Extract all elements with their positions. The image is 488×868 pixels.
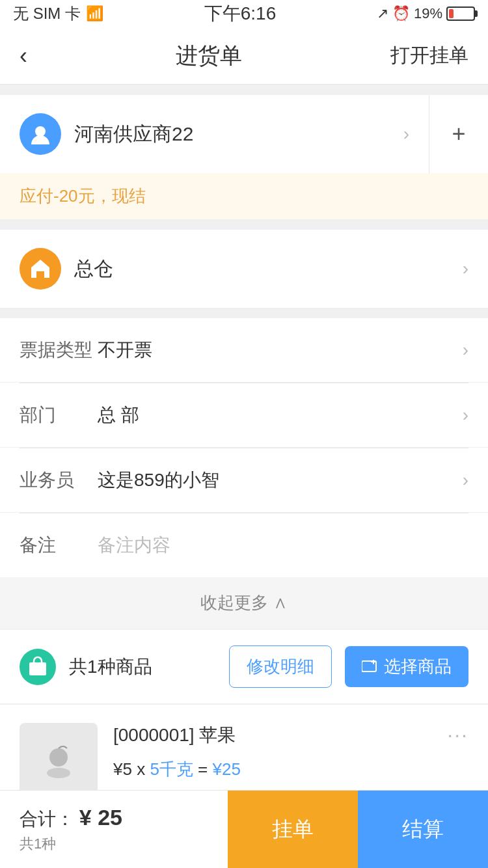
products-header: 共1种商品 修改明细 选择商品 — [0, 630, 488, 703]
invoice-value: 不开票 — [98, 338, 456, 362]
svg-point-4 — [49, 748, 68, 766]
nav-bar: ‹ 进货单 打开挂单 — [0, 27, 488, 85]
product-info: [0000001] 苹果 ¥5 x 5千克 = ¥25 — [113, 723, 431, 781]
alarm-icon: ⏰ — [392, 5, 410, 22]
collapse-bar[interactable]: 收起更多 ∧ — [0, 577, 488, 629]
total-section: 合计： ¥ 25 共1种 — [0, 791, 228, 868]
bottom-bar: 合计： ¥ 25 共1种 挂单 结算 — [0, 790, 488, 868]
sales-label: 业务员 — [20, 468, 98, 493]
invoice-type-row[interactable]: 票据类型 不开票 › — [0, 318, 488, 383]
battery-percent: 19% — [414, 5, 442, 22]
svg-rect-1 — [36, 271, 44, 278]
item-count: 共1种 — [20, 834, 208, 854]
warehouse-icon — [20, 248, 61, 290]
select-product-button[interactable]: 选择商品 — [345, 646, 468, 687]
unit-price: ¥5 — [113, 759, 132, 779]
svg-point-0 — [35, 126, 46, 137]
remark-label: 备注 — [20, 533, 98, 558]
warehouse-chevron-icon: › — [463, 258, 468, 279]
equals-sign: = — [198, 759, 212, 779]
sales-chevron-icon: › — [463, 470, 468, 491]
hang-button[interactable]: 挂单 — [228, 791, 358, 868]
products-icon — [20, 649, 56, 685]
product-price: ¥5 x 5千克 = ¥25 — [113, 758, 431, 781]
checkout-button[interactable]: 结算 — [358, 791, 488, 868]
battery-icon — [446, 7, 475, 21]
invoice-label: 票据类型 — [20, 338, 98, 362]
form-section: 票据类型 不开票 › 部门 总 部 › 业务员 这是859的小智 › 备注 备注… — [0, 318, 488, 577]
supplier-name: 河南供应商22 — [74, 121, 397, 148]
price-separator: x — [137, 759, 150, 779]
dept-value: 总 部 — [98, 403, 456, 427]
dept-label: 部门 — [20, 403, 98, 427]
status-right: ↗ ⏰ 19% — [377, 5, 475, 22]
product-title-text: 苹果 — [199, 725, 236, 745]
supplier-selector[interactable]: 河南供应商22 › — [0, 95, 429, 173]
total-amount: ¥ 25 — [79, 805, 122, 830]
notice-bar: 应付-20元，现结 — [0, 173, 488, 219]
product-thumbnail — [20, 723, 98, 801]
warehouse-name: 总仓 — [74, 256, 456, 282]
more-dots-icon: ··· — [447, 723, 468, 746]
quantity: 5千克 — [150, 759, 193, 779]
edit-detail-button[interactable]: 修改明细 — [229, 645, 332, 688]
location-icon: ↗ — [377, 5, 388, 22]
page-title: 进货单 — [176, 41, 242, 71]
svg-rect-2 — [29, 662, 46, 675]
open-hang-button[interactable]: 打开挂单 — [390, 42, 468, 69]
dept-row[interactable]: 部门 总 部 › — [0, 383, 488, 448]
sales-value: 这是859的小智 — [98, 468, 456, 493]
status-bar: 无 SIM 卡 📶 下午6:16 ↗ ⏰ 19% — [0, 0, 488, 27]
warehouse-section[interactable]: 总仓 › — [0, 230, 488, 308]
chevron-right-icon: › — [403, 124, 409, 144]
total-label: 合计： — [20, 809, 74, 829]
supplier-avatar — [20, 113, 61, 155]
back-button[interactable]: ‹ — [20, 42, 27, 70]
invoice-chevron-icon: › — [463, 340, 468, 360]
divider-1 — [0, 85, 488, 95]
status-left: 无 SIM 卡 📶 — [13, 3, 103, 24]
select-product-label: 选择商品 — [384, 655, 452, 678]
item-total: ¥25 — [213, 759, 241, 779]
dept-chevron-icon: › — [463, 405, 468, 426]
add-supplier-button[interactable]: + — [429, 120, 488, 148]
supplier-section: 河南供应商22 › + — [0, 95, 488, 173]
sales-row[interactable]: 业务员 这是859的小智 › — [0, 448, 488, 513]
product-more-button[interactable]: ··· — [447, 723, 468, 747]
carrier-text: 无 SIM 卡 — [13, 3, 81, 24]
product-code: [0000001] — [113, 725, 195, 745]
total-row: 合计： ¥ 25 — [20, 805, 208, 832]
wifi-icon: 📶 — [86, 5, 103, 22]
status-time: 下午6:16 — [204, 1, 277, 26]
svg-point-5 — [47, 768, 70, 778]
remark-placeholder: 备注内容 — [98, 533, 468, 558]
products-count: 共1种商品 — [69, 655, 216, 679]
remark-row[interactable]: 备注 备注内容 — [0, 513, 488, 577]
product-name: [0000001] 苹果 — [113, 723, 431, 748]
